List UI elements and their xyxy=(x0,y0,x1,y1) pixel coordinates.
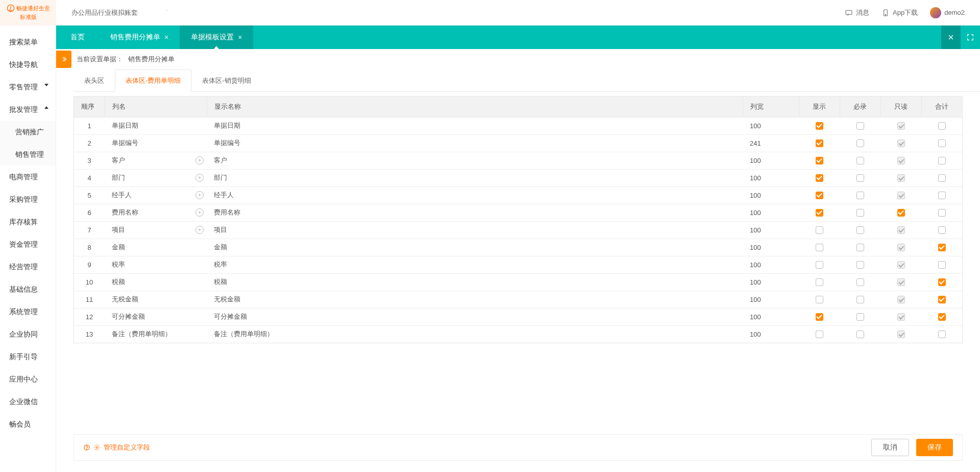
cell-width[interactable]: 100 xyxy=(743,256,799,273)
cell-display[interactable]: 部门 xyxy=(207,169,743,186)
checkbox[interactable] xyxy=(938,261,946,269)
checkbox[interactable] xyxy=(897,209,905,217)
cancel-button[interactable]: 取消 xyxy=(871,439,909,456)
checkbox[interactable] xyxy=(938,192,946,199)
checkbox[interactable] xyxy=(897,157,905,164)
checkbox[interactable] xyxy=(856,296,864,303)
checkbox[interactable] xyxy=(938,296,946,303)
cell-display[interactable]: 无税金额 xyxy=(207,291,743,308)
subtab-0[interactable]: 表头区 xyxy=(74,69,115,92)
close-all-tabs-button[interactable] xyxy=(941,26,961,49)
plus-icon[interactable]: + xyxy=(195,191,204,199)
cell-display[interactable]: 单据日期 xyxy=(207,117,743,134)
checkbox[interactable] xyxy=(856,139,864,147)
sidebar-item-10[interactable]: 经营管理 xyxy=(0,255,56,278)
sidebar-item-3[interactable]: 批发管理 xyxy=(0,98,56,121)
checkbox[interactable] xyxy=(856,244,864,251)
plus-icon[interactable]: + xyxy=(195,226,204,234)
checkbox[interactable] xyxy=(856,209,864,217)
sidebar-item-7[interactable]: 采购管理 xyxy=(0,188,56,210)
sidebar-item-5[interactable]: 销售管理 xyxy=(0,143,56,166)
cell-width[interactable]: 100 xyxy=(743,152,799,169)
checkbox[interactable] xyxy=(816,226,823,234)
sidebar-item-8[interactable]: 库存核算 xyxy=(0,210,56,233)
cell-display[interactable]: 客户 xyxy=(207,152,743,169)
checkbox[interactable] xyxy=(938,244,946,251)
cell-display[interactable]: 可分摊金额 xyxy=(207,308,743,325)
account-set-selector[interactable]: 办公用品行业模拟账套 ˇ xyxy=(71,8,167,17)
checkbox[interactable] xyxy=(816,313,823,321)
sidebar-item-2[interactable]: 零售管理 xyxy=(0,76,56,98)
checkbox[interactable] xyxy=(816,278,823,286)
cell-width[interactable]: 100 xyxy=(743,308,799,325)
checkbox[interactable] xyxy=(897,192,905,199)
checkbox[interactable] xyxy=(938,313,946,321)
checkbox[interactable] xyxy=(856,174,864,182)
cell-width[interactable]: 100 xyxy=(743,291,799,308)
cell-width[interactable]: 100 xyxy=(743,204,799,221)
checkbox[interactable] xyxy=(816,174,823,182)
checkbox[interactable] xyxy=(938,157,946,164)
cell-display[interactable]: 金额 xyxy=(207,239,743,256)
sidebar-item-14[interactable]: 新手引导 xyxy=(0,345,56,368)
sidebar-item-9[interactable]: 资金管理 xyxy=(0,233,56,255)
cell-width[interactable]: 241 xyxy=(743,134,799,152)
close-icon[interactable]: × xyxy=(238,33,242,41)
checkbox[interactable] xyxy=(816,244,823,251)
save-button[interactable]: 保存 xyxy=(916,439,953,456)
cell-width[interactable]: 100 xyxy=(743,325,799,343)
checkbox[interactable] xyxy=(897,331,905,338)
cell-width[interactable]: 100 xyxy=(743,117,799,134)
checkbox[interactable] xyxy=(938,122,946,130)
cell-display[interactable]: 项目 xyxy=(207,221,743,239)
checkbox[interactable] xyxy=(856,122,864,130)
checkbox[interactable] xyxy=(856,261,864,269)
checkbox[interactable] xyxy=(816,139,823,147)
user-menu[interactable]: demo2 xyxy=(930,7,965,18)
checkbox[interactable] xyxy=(856,226,864,234)
checkbox[interactable] xyxy=(897,313,905,321)
sidebar-item-6[interactable]: 电商管理 xyxy=(0,166,56,188)
sidebar-item-4[interactable]: 营销推广 xyxy=(0,121,56,143)
messages-button[interactable]: 消息 xyxy=(845,8,869,17)
checkbox[interactable] xyxy=(938,139,946,147)
cell-display[interactable]: 经手人 xyxy=(207,186,743,204)
checkbox[interactable] xyxy=(856,192,864,199)
checkbox[interactable] xyxy=(816,192,823,199)
tab-0[interactable]: 首页 xyxy=(56,26,99,49)
checkbox[interactable] xyxy=(938,209,946,217)
checkbox[interactable] xyxy=(897,296,905,303)
checkbox[interactable] xyxy=(938,174,946,182)
subtab-2[interactable]: 表体区-销货明细 xyxy=(191,69,261,92)
cell-width[interactable]: 100 xyxy=(743,186,799,204)
cell-width[interactable]: 100 xyxy=(743,221,799,239)
manage-custom-fields-link[interactable]: 管理自定义字段 xyxy=(83,443,150,452)
checkbox[interactable] xyxy=(816,331,823,338)
checkbox[interactable] xyxy=(897,122,905,130)
close-icon[interactable]: × xyxy=(164,33,168,41)
tab-2[interactable]: 单据模板设置× xyxy=(180,26,253,49)
fullscreen-button[interactable] xyxy=(961,26,980,49)
checkbox[interactable] xyxy=(897,139,905,147)
app-download-button[interactable]: App下载 xyxy=(881,8,918,17)
cell-width[interactable]: 100 xyxy=(743,169,799,186)
plus-icon[interactable]: + xyxy=(195,156,204,164)
logo[interactable]: 畅捷通好生意 标准版 xyxy=(0,0,56,26)
subtab-1[interactable]: 表体区-费用单明细 xyxy=(115,69,191,92)
cell-width[interactable]: 100 xyxy=(743,273,799,291)
checkbox[interactable] xyxy=(816,209,823,217)
checkbox[interactable] xyxy=(897,174,905,182)
checkbox[interactable] xyxy=(897,261,905,269)
checkbox[interactable] xyxy=(816,157,823,164)
tab-1[interactable]: 销售费用分摊单× xyxy=(99,26,180,49)
sidebar-item-16[interactable]: 企业微信 xyxy=(0,390,56,413)
checkbox[interactable] xyxy=(816,261,823,269)
checkbox[interactable] xyxy=(938,331,946,338)
checkbox[interactable] xyxy=(897,278,905,286)
cell-display[interactable]: 备注（费用单明细） xyxy=(207,325,743,343)
cell-display[interactable]: 单据编号 xyxy=(207,134,743,152)
plus-icon[interactable]: + xyxy=(195,174,204,182)
cell-width[interactable]: 100 xyxy=(743,239,799,256)
sidebar-item-12[interactable]: 系统管理 xyxy=(0,300,56,323)
checkbox[interactable] xyxy=(897,244,905,251)
